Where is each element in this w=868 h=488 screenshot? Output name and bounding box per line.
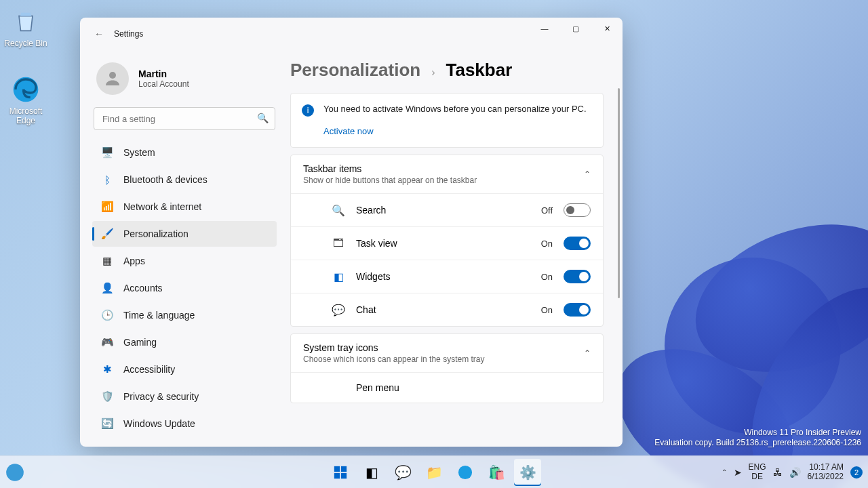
nav-gaming[interactable]: 🎮Gaming bbox=[92, 329, 277, 355]
nav-list: 🖥️System ᛒBluetooth & devices 📶Network &… bbox=[92, 140, 277, 438]
search-icon: 🔍 bbox=[332, 204, 345, 217]
notice-text: You need to activate Windows before you … bbox=[323, 103, 587, 115]
clock[interactable]: 10:17 AM 6/13/2022 bbox=[808, 463, 844, 481]
chat-icon: 💬 bbox=[332, 304, 345, 317]
notification-badge[interactable]: 2 bbox=[850, 466, 863, 479]
close-button[interactable]: ✕ bbox=[591, 18, 623, 39]
wifi-icon: 📶 bbox=[100, 200, 114, 214]
info-icon: i bbox=[302, 104, 314, 117]
sidebar: Martin Local Account 🔍 🖥️System ᛒBluetoo… bbox=[80, 50, 283, 447]
nav-bluetooth[interactable]: ᛒBluetooth & devices bbox=[92, 167, 277, 192]
section-title: Taskbar items bbox=[303, 163, 477, 174]
taskbar-left[interactable] bbox=[5, 463, 24, 482]
row-widgets: ◧ Widgets On bbox=[291, 260, 603, 293]
search-field[interactable]: 🔍 bbox=[94, 107, 275, 130]
widgets-icon: ◧ bbox=[332, 270, 345, 283]
svg-point-1 bbox=[109, 72, 116, 79]
recycle-bin-icon bbox=[11, 7, 41, 37]
scrollbar[interactable] bbox=[618, 88, 620, 298]
row-pen-menu: Pen menu bbox=[291, 372, 603, 403]
explorer-button[interactable]: 📁 bbox=[420, 459, 448, 486]
build-watermark: Windows 11 Pro Insider Preview Evaluatio… bbox=[654, 428, 861, 449]
row-search: 🔍 Search Off bbox=[291, 193, 603, 226]
language-switch[interactable]: ENG DE bbox=[749, 463, 766, 481]
apps-icon: ▦ bbox=[100, 254, 114, 268]
nav-personalization[interactable]: 🖌️Personalization bbox=[92, 221, 277, 247]
system-tray-section: System tray icons Choose which icons can… bbox=[290, 333, 604, 403]
page-title: Taskbar bbox=[446, 60, 512, 81]
svg-point-7 bbox=[458, 465, 472, 479]
profile-name: Martin bbox=[138, 68, 189, 79]
back-button[interactable]: ← bbox=[88, 28, 110, 39]
taskview-button[interactable]: ◧ bbox=[358, 459, 385, 486]
desktop-icon-recycle-bin[interactable]: Recycle Bin bbox=[0, 7, 52, 48]
avatar-icon bbox=[96, 62, 129, 95]
start-button[interactable] bbox=[327, 459, 354, 486]
section-title: System tray icons bbox=[303, 342, 484, 353]
nav-update[interactable]: 🔄Windows Update bbox=[92, 411, 277, 436]
toggle-widgets[interactable] bbox=[564, 270, 591, 283]
paintbrush-icon: 🖌️ bbox=[100, 227, 114, 241]
bluetooth-icon: ᛒ bbox=[100, 173, 114, 186]
maximize-button[interactable]: ▢ bbox=[560, 18, 591, 39]
chat-button[interactable]: 💬 bbox=[389, 459, 416, 486]
edge-button[interactable] bbox=[452, 459, 479, 486]
search-icon: 🔍 bbox=[257, 113, 269, 123]
breadcrumb: Personalization › Taskbar bbox=[290, 60, 604, 81]
shield-icon: 🛡️ bbox=[100, 390, 114, 403]
network-icon[interactable]: 🖧 bbox=[773, 467, 783, 478]
nav-accessibility[interactable]: ✱Accessibility bbox=[92, 357, 277, 382]
volume-icon[interactable]: 🔊 bbox=[789, 467, 801, 478]
desktop-icon-label: Microsoft Edge bbox=[0, 106, 52, 125]
svg-rect-3 bbox=[334, 466, 340, 471]
breadcrumb-parent[interactable]: Personalization bbox=[290, 60, 420, 81]
nav-system[interactable]: 🖥️System bbox=[92, 140, 277, 165]
nav-privacy[interactable]: 🛡️Privacy & security bbox=[92, 384, 277, 409]
update-icon: 🔄 bbox=[100, 417, 114, 430]
accessibility-icon: ✱ bbox=[100, 363, 114, 376]
activation-notice: i You need to activate Windows before yo… bbox=[290, 93, 604, 148]
person-icon: 👤 bbox=[100, 281, 114, 295]
svg-rect-6 bbox=[341, 472, 347, 478]
toggle-taskview[interactable] bbox=[564, 237, 591, 250]
desktop-icon-edge[interactable]: Microsoft Edge bbox=[0, 75, 52, 125]
system-tray: ⌃ ➤ ENG DE 🖧 🔊 10:17 AM 6/13/2022 2 bbox=[722, 463, 863, 481]
svg-rect-5 bbox=[334, 472, 340, 478]
edge-icon bbox=[5, 463, 24, 482]
taskbar-items-header[interactable]: Taskbar items Show or hide buttons that … bbox=[291, 155, 603, 193]
toggle-chat[interactable] bbox=[564, 303, 591, 317]
nav-accounts[interactable]: 👤Accounts bbox=[92, 275, 277, 301]
toggle-search[interactable] bbox=[564, 203, 591, 217]
location-icon[interactable]: ➤ bbox=[734, 467, 742, 478]
store-button[interactable]: 🛍️ bbox=[483, 459, 510, 486]
row-chat: 💬 Chat On bbox=[291, 293, 603, 326]
svg-point-2 bbox=[6, 464, 24, 481]
taskbar-items-section: Taskbar items Show or hide buttons that … bbox=[290, 155, 604, 327]
titlebar: ← Settings — ▢ ✕ bbox=[80, 18, 623, 50]
settings-button[interactable]: ⚙️ bbox=[514, 459, 541, 486]
system-tray-header[interactable]: System tray icons Choose which icons can… bbox=[291, 334, 603, 372]
chevron-right-icon: › bbox=[431, 66, 435, 79]
clock-icon: 🕒 bbox=[100, 308, 114, 322]
main-content: Personalization › Taskbar i You need to … bbox=[283, 50, 623, 447]
minimize-button[interactable]: — bbox=[529, 18, 560, 39]
tray-overflow-button[interactable]: ⌃ bbox=[722, 468, 727, 476]
profile-block[interactable]: Martin Local Account bbox=[92, 56, 277, 107]
search-input[interactable] bbox=[94, 107, 275, 130]
svg-rect-4 bbox=[341, 466, 347, 471]
row-taskview: 🗔 Task view On bbox=[291, 226, 603, 260]
window-title: Settings bbox=[114, 29, 143, 39]
section-desc: Show or hide buttons that appear on the … bbox=[303, 176, 477, 185]
profile-sub: Local Account bbox=[138, 79, 189, 89]
taskbar: ◧ 💬 📁 🛍️ ⚙️ ⌃ ➤ ENG DE 🖧 🔊 10:17 AM 6/13… bbox=[0, 455, 868, 488]
taskview-icon: 🗔 bbox=[332, 237, 345, 249]
nav-time[interactable]: 🕒Time & language bbox=[92, 302, 277, 328]
taskbar-center: ◧ 💬 📁 🛍️ ⚙️ bbox=[327, 459, 541, 486]
nav-apps[interactable]: ▦Apps bbox=[92, 248, 277, 274]
edge-icon bbox=[11, 75, 41, 104]
activate-now-link[interactable]: Activate now bbox=[323, 126, 587, 136]
display-icon: 🖥️ bbox=[100, 146, 114, 159]
nav-network[interactable]: 📶Network & internet bbox=[92, 194, 277, 220]
desktop-icon-label: Recycle Bin bbox=[0, 39, 52, 48]
gamepad-icon: 🎮 bbox=[100, 336, 114, 349]
